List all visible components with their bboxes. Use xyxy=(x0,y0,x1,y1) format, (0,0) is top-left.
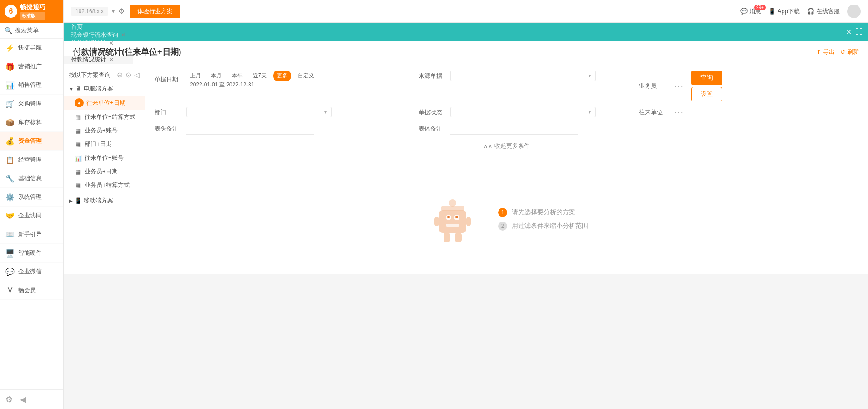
scheme-collapse-icon[interactable]: ◁ xyxy=(134,71,140,79)
empty-hint: 1 请先选择要分析的方案 2 用过滤条件来缩小分析范围 xyxy=(498,208,588,231)
sidebar-item-marketing[interactable]: 🎁营销推广 xyxy=(0,57,63,76)
main-content: 192.168.x.x ▾ ⚙ 体验行业方案 💬 消息 99+ 📱 App下载 … xyxy=(64,0,868,409)
gear-icon[interactable]: ⚙ xyxy=(118,7,125,15)
sidebar-item-hardware[interactable]: 🖥️智能硬件 xyxy=(0,244,63,263)
hint-text-2: 用过滤条件来缩小分析范围 xyxy=(512,222,588,230)
date-more[interactable]: 更多 xyxy=(273,71,291,81)
collapse-button[interactable]: ∧∧ 收起更多条件 xyxy=(155,138,859,154)
sidebar-item-sales[interactable]: 📊销售管理 xyxy=(0,76,63,95)
search-icon: 🔍 xyxy=(5,27,12,34)
page-header-actions: ⬆ 导出 ↺ 刷新 xyxy=(816,48,859,56)
voucher-status-filter-cell: 单据状态 ▾ xyxy=(419,107,639,117)
topbar-left: 192.168.x.x ▾ ⚙ 体验行业方案 xyxy=(71,5,740,18)
date-last-month[interactable]: 上月 xyxy=(186,71,205,81)
expand-window-button[interactable]: ⛶ xyxy=(855,28,863,36)
tab-close-payment-stats[interactable]: ✕ xyxy=(109,56,114,63)
sidebar-item-inventory[interactable]: 📦库存核算 xyxy=(0,113,63,132)
scheme-sidebar-header: 按以下方案查询 ⊕ ⊙ ◁ xyxy=(64,68,145,82)
sidebar-item-system[interactable]: ⚙️系统管理 xyxy=(0,188,63,207)
filter-area: 单据日期 上月 本月 本年 近7天 更多 自定义 20 xyxy=(145,63,868,161)
page-content: 付款情况统计(往来单位+日期) ⬆ 导出 ↺ 刷新 按以下方案查询 ⊕ xyxy=(64,41,868,409)
tab-label-home: 首页 xyxy=(71,23,83,31)
unit-date-label: 往来单位+日期 xyxy=(86,99,125,107)
sidebar-item-base[interactable]: 🔧基础信息 xyxy=(0,169,63,188)
tab-close-receipt-stats[interactable]: ✕ xyxy=(109,40,114,46)
counterpart-dots[interactable]: ··· xyxy=(674,107,684,117)
online-service-button[interactable]: 🎧 在线客服 xyxy=(807,7,840,15)
svg-point-11 xyxy=(449,199,456,207)
svg-rect-3 xyxy=(447,216,450,218)
close-all-tabs-button[interactable]: ✕ xyxy=(846,28,852,36)
dept-select[interactable]: ▾ xyxy=(186,107,332,117)
settings-footer-icon[interactable]: ⚙ xyxy=(5,394,13,404)
tab-bank-flow[interactable]: 现金银行流水查询✕ xyxy=(64,31,133,39)
voucher-date-label: 单据日期 xyxy=(155,76,186,84)
scheme-item-salesman-settle[interactable]: ▦业务员+结算方式 xyxy=(64,178,145,192)
marketing-label: 营销推广 xyxy=(18,62,42,71)
tab-close-bank-flow[interactable]: ✕ xyxy=(121,32,125,38)
sidebar-item-purchase[interactable]: 🛒采购管理 xyxy=(0,95,63,113)
scheme-add-icon[interactable]: ⊕ xyxy=(117,71,123,79)
search-menu[interactable]: 🔍 搜索菜单 xyxy=(0,23,63,39)
date-7days[interactable]: 近7天 xyxy=(249,71,270,81)
voucher-status-select[interactable]: ▾ xyxy=(450,107,596,117)
base-label: 基础信息 xyxy=(18,174,42,182)
svg-rect-5 xyxy=(446,224,459,227)
tab-label-new-plan: 新建方案 xyxy=(71,47,95,56)
mobile-scheme-group[interactable]: ▶ 📱 移动端方案 xyxy=(64,194,145,207)
sidebar-item-operation[interactable]: 📋经营管理 xyxy=(0,151,63,169)
desktop-group-header[interactable]: ▼ 🖥 电脑端方案 xyxy=(64,82,145,96)
date-this-year[interactable]: 本年 xyxy=(228,71,246,81)
svg-rect-7 xyxy=(466,217,471,226)
collapse-label: 收起更多条件 xyxy=(494,142,530,150)
sidebar-item-finance[interactable]: 💰资金管理 xyxy=(0,132,63,151)
sidebar-item-wechat[interactable]: 💬企业微信 xyxy=(0,263,63,281)
page-header: 付款情况统计(往来单位+日期) ⬆ 导出 ↺ 刷新 xyxy=(64,41,868,63)
scheme-item-salesman-date[interactable]: ▦业务员+日期 xyxy=(64,165,145,178)
sidebar-item-guide[interactable]: 📖新手引导 xyxy=(0,225,63,244)
refresh-button[interactable]: ↺ 刷新 xyxy=(840,48,859,56)
tab-label-receipt-stats: 收款情况统计 xyxy=(71,39,106,47)
app-download-button[interactable]: 📱 App下载 xyxy=(768,7,800,15)
message-button[interactable]: 💬 消息 99+ xyxy=(740,7,761,15)
source-chevron-icon: ▾ xyxy=(589,73,591,78)
salesman-dots[interactable]: ··· xyxy=(674,81,684,91)
empty-robot-illustration xyxy=(425,192,480,247)
body-note-label: 表体备注 xyxy=(419,125,450,133)
tab-receipt-stats[interactable]: 收款情况统计✕ xyxy=(64,39,133,47)
sidebar-item-enterprise[interactable]: 🤝企业协同 xyxy=(0,207,63,225)
collapse-sidebar-icon[interactable]: ◀ xyxy=(20,394,26,404)
scheme-settings-icon[interactable]: ⊙ xyxy=(125,71,131,79)
svg-rect-6 xyxy=(434,217,439,226)
tab-home[interactable]: 首页 xyxy=(64,23,133,31)
user-avatar[interactable] xyxy=(847,5,861,18)
service-icon: 🎧 xyxy=(807,8,814,15)
sidebar-footer: ⚙ ◀ xyxy=(0,389,63,409)
dropdown-icon[interactable]: ▾ xyxy=(112,8,115,15)
query-button[interactable]: 查询 xyxy=(691,71,722,85)
scheme-item-salesman-account[interactable]: ▦业务员+账号 xyxy=(64,124,145,137)
date-this-month[interactable]: 本月 xyxy=(207,71,225,81)
tabbar: 首页现金银行流水查询✕收款情况统计✕新建方案✕付款情况统计✕ ✕ ⛶ xyxy=(64,23,868,41)
tab-close-new-plan[interactable]: ✕ xyxy=(97,48,102,55)
scheme-item-dept-date[interactable]: ▦部门+日期 xyxy=(64,137,145,151)
filter-row-1: 单据日期 上月 本月 本年 近7天 更多 自定义 20 xyxy=(155,71,859,101)
settings-button[interactable]: 设置 xyxy=(691,87,722,101)
trial-button[interactable]: 体验行业方案 xyxy=(130,5,180,18)
sidebar-item-member[interactable]: V畅会员 xyxy=(0,281,63,300)
head-note-input[interactable] xyxy=(186,123,314,135)
svg-rect-4 xyxy=(455,216,458,218)
sidebar-item-quick-nav[interactable]: ⚡快捷导航 xyxy=(0,39,63,57)
tab-payment-stats[interactable]: 付款情况统计✕ xyxy=(64,56,133,64)
scheme-item-unit-account[interactable]: 📊往来单位+账号 xyxy=(64,151,145,165)
source-select[interactable]: ▾ xyxy=(450,71,596,81)
body-note-input[interactable] xyxy=(450,123,578,135)
app-icon: 📱 xyxy=(768,8,776,15)
export-button[interactable]: ⬆ 导出 xyxy=(816,48,835,56)
date-custom[interactable]: 自定义 xyxy=(294,71,318,81)
scheme-item-unit-date[interactable]: ●往来单位+日期 xyxy=(64,96,145,110)
tab-new-plan[interactable]: 新建方案✕ xyxy=(64,47,133,56)
salesman-account-icon: ▦ xyxy=(75,127,82,134)
desktop-icon: 🖥 xyxy=(75,85,82,92)
scheme-item-unit-settle[interactable]: ▦往来单位+结算方式 xyxy=(64,110,145,124)
